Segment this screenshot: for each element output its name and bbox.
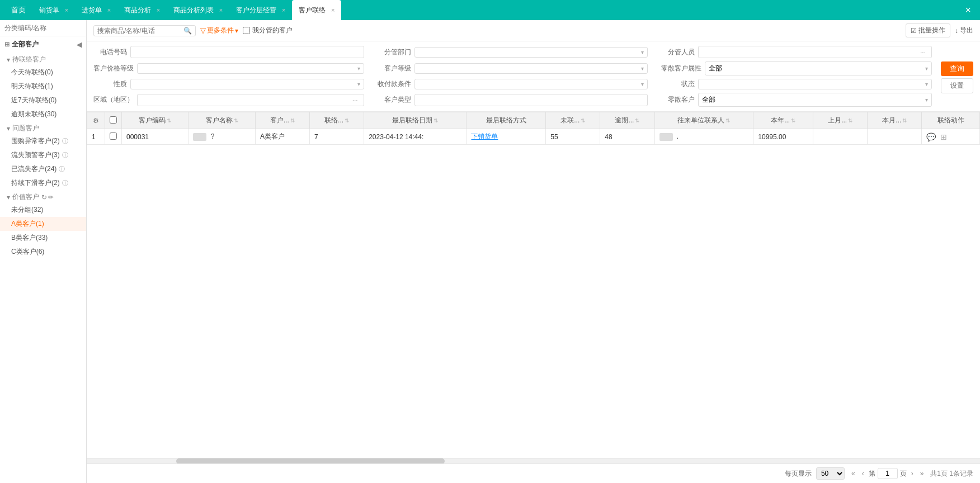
sidebar-item-b-class[interactable]: B类客户(33) (0, 231, 86, 245)
th-checkbox[interactable] (105, 112, 122, 129)
toolbar-search-icon[interactable]: 🔍 (183, 27, 192, 35)
filter-select-payment[interactable]: ▾ (414, 79, 648, 89)
filter-cell-dept: 分管部门 ▾ (378, 47, 648, 58)
sort-icon[interactable]: ⇅ (167, 117, 171, 124)
filter-select-customer-grade[interactable]: ▾ (414, 63, 648, 74)
sidebar-item-c-class[interactable]: C类客户(6) (0, 245, 86, 259)
nav-sales-close[interactable]: × (65, 7, 68, 13)
filter-icon: ▽ (200, 26, 206, 35)
sidebar-item-abnormal[interactable]: 囤购异常客户(2) ⓘ (0, 134, 86, 148)
ellipsis-icon2[interactable]: ··· (350, 96, 360, 104)
sidebar-item-tomorrow[interactable]: 明天待联络(1) (0, 79, 86, 93)
batch-btn[interactable]: ☑ 批量操作 (906, 23, 950, 37)
export-btn[interactable]: ↓ 导出 (955, 26, 973, 35)
sidebar-item-a-class[interactable]: A类客户(1) (0, 217, 86, 231)
sidebar-all-customers-header[interactable]: ⊞ 全部客户 ◀ (0, 36, 86, 53)
next-page-btn[interactable]: › (909, 468, 916, 479)
horizontal-scroll[interactable] (87, 458, 980, 463)
sort-icon10[interactable]: ⇅ (848, 117, 852, 124)
select-all-checkbox[interactable] (110, 116, 117, 124)
page-input[interactable] (878, 468, 898, 479)
first-page-btn[interactable]: « (849, 468, 858, 479)
sort-icon9[interactable]: ⇅ (791, 117, 795, 124)
nav-close-all[interactable]: × (960, 4, 976, 16)
nav-analysis[interactable]: 商品分析 × (117, 0, 167, 20)
th-grade: 客户...⇅ (255, 112, 309, 129)
sidebar-item-lost[interactable]: 已流失客户(24) ⓘ (0, 162, 86, 176)
content-area: 🔍 ▽ 更多条件 ▾ 我分管的客户 ☑ 批量操作 ↓ 导出 (87, 20, 980, 483)
sort-icon5[interactable]: ⇅ (434, 117, 438, 124)
sort-icon3[interactable]: ⇅ (290, 117, 295, 124)
table-body: 1 000031 ? A类客户 7 2023-04-12 14:44: 下销货单 (87, 129, 980, 145)
filter-label-region: 区域（地区） (93, 95, 134, 105)
nav-home[interactable]: 首页 (4, 0, 32, 20)
contact-action-icon[interactable]: 💬 (926, 132, 936, 141)
sort-icon6[interactable]: ⇅ (581, 117, 585, 124)
filter-select-nature[interactable]: ▾ (130, 79, 364, 89)
sidebar-item-ungroup[interactable]: 未分组(32) (0, 203, 86, 217)
nav-sales[interactable]: 销货单 × (32, 0, 75, 20)
nav-customer-tier-close[interactable]: × (282, 7, 285, 13)
sidebar-item-7days[interactable]: 近7天待联络(0) (0, 93, 86, 107)
td-index: 1 (87, 129, 105, 145)
filter-label-retail-attr: 零散客户属性 (661, 64, 701, 73)
my-customer-checkbox[interactable]: 我分管的客户 (243, 26, 293, 35)
sort-icon8[interactable]: ⇅ (725, 117, 730, 124)
ellipsis-icon[interactable]: ··· (918, 48, 928, 56)
filter-btn[interactable]: ▽ 更多条件 ▾ (200, 26, 238, 35)
row-checkbox[interactable] (110, 132, 117, 140)
nav-analysis-list[interactable]: 商品分析列表 × (167, 0, 229, 20)
refresh-icon[interactable]: ↻ (41, 193, 47, 201)
filter-label-manager: 分管人员 (661, 48, 695, 57)
setting-button[interactable]: 设置 (941, 78, 973, 93)
filter-input-phone[interactable] (130, 46, 364, 58)
search-input[interactable] (97, 27, 181, 35)
nav-analysis-list-close[interactable]: × (219, 7, 223, 13)
nav-customer-tier[interactable]: 客户分层经营 × (229, 0, 292, 20)
sidebar-collapse-icon[interactable]: ◀ (77, 41, 82, 49)
filter-select-dept[interactable]: ▾ (414, 47, 648, 58)
td-contact: 7 (310, 129, 364, 145)
sidebar-group-value[interactable]: ▾ 价值客户 ↻ ✏ (0, 190, 86, 203)
prev-page-btn[interactable]: ‹ (860, 468, 866, 479)
last-page-btn[interactable]: » (918, 468, 926, 479)
nav-customer-contact[interactable]: 客户联络 × (292, 0, 341, 20)
sidebar-item-warning[interactable]: 流失预警客户(3) ⓘ (0, 148, 86, 162)
query-button[interactable]: 查询 (941, 61, 973, 76)
th-this-month: 本月...⇅ (868, 112, 922, 129)
td-checkbox[interactable] (105, 129, 122, 145)
sort-icon2[interactable]: ⇅ (234, 117, 238, 124)
filter-select-retail[interactable]: 全部 ▾ (698, 93, 932, 107)
grid-action-icon[interactable]: ⊞ (940, 132, 947, 141)
info-icon2: ⓘ (62, 151, 68, 159)
filter-input-customer-type[interactable] (414, 94, 648, 106)
nav-analysis-close[interactable]: × (157, 7, 160, 13)
edit-icon[interactable]: ✏ (48, 193, 54, 201)
chevron-down-icon8: ▾ (925, 97, 928, 103)
last-method-link[interactable]: 下销货单 (471, 132, 498, 140)
nav-customer-contact-close[interactable]: × (331, 7, 334, 13)
sidebar-item-declining[interactable]: 持续下滑客户(2) ⓘ (0, 176, 86, 190)
th-settings[interactable]: ⚙ (87, 112, 105, 129)
chevron-down-icon: ▾ (641, 49, 644, 55)
filter-select-retail-attr[interactable]: 全部 ▾ (705, 61, 932, 75)
filter-cell-price-grade: 客户价格等级 ▾ (93, 63, 364, 74)
filter-select-manager[interactable]: ··· (698, 46, 932, 58)
sidebar-search-input[interactable] (4, 24, 87, 32)
filter-select-region[interactable]: ··· (137, 94, 364, 106)
per-page-select[interactable]: 50 100 (816, 467, 845, 480)
sort-icon4[interactable]: ⇅ (345, 117, 349, 124)
nav-purchase-close[interactable]: × (107, 7, 111, 13)
nav-purchase[interactable]: 进货单 × (75, 0, 117, 20)
filter-select-status[interactable]: ▾ (698, 79, 932, 89)
my-customer-check[interactable] (243, 27, 250, 34)
sort-icon7[interactable]: ⇅ (635, 117, 639, 124)
filter-select-price-grade[interactable]: ▾ (137, 63, 364, 74)
td-last-method[interactable]: 下销货单 (467, 129, 546, 145)
sidebar-item-overdue[interactable]: 逾期未联络(30) (0, 107, 86, 121)
sidebar-item-today[interactable]: 今天待联络(0) (0, 65, 86, 79)
sort-icon11[interactable]: ⇅ (902, 117, 907, 124)
sidebar-group-pending[interactable]: ▾ 待联络客户 (0, 53, 86, 65)
sidebar-group-problem[interactable]: ▾ 问题客户 (0, 121, 86, 134)
filter-cell-retail-attr: 零散客户属性 全部 ▾ (661, 61, 932, 75)
